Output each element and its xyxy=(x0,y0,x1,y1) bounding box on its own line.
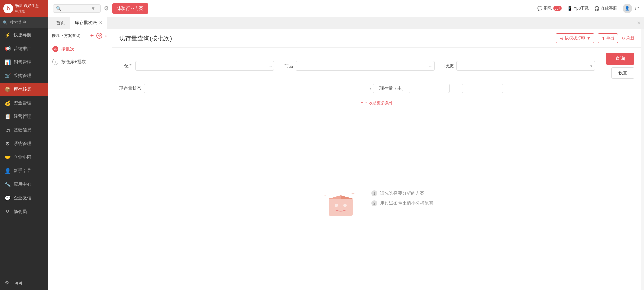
product-input[interactable] xyxy=(296,61,435,71)
empty-illustration: ✦ ✦ xyxy=(320,180,361,221)
stock-main-min-input[interactable] xyxy=(409,84,450,93)
topbar-user-button[interactable]: 👤 Rit xyxy=(623,4,639,13)
sidebar-nav: ⚡ 快捷导航 📢 营销推广 📊 销售管理 🛒 采购管理 📦 库存核算 💰 资金管… xyxy=(0,28,48,275)
filter-panel-title: 按以下方案查询 xyxy=(52,33,80,39)
filter-settings-button[interactable]: ⚙ xyxy=(96,33,102,39)
tab-close-icon[interactable]: ✕ xyxy=(99,20,102,25)
sidebar-item-marketing[interactable]: 📢 营销推广 xyxy=(0,42,48,55)
search-icon: 🔍 xyxy=(3,20,8,25)
sidebar-item-quicknav[interactable]: ⚡ 快捷导航 xyxy=(0,28,48,42)
collapse-label: 收起更多条件 xyxy=(369,100,393,106)
empty-hint-1: 1 请先选择要分析的方案 xyxy=(371,190,433,196)
sidebar-header: b 畅康通好生意 标准版 xyxy=(0,0,48,17)
filter-panel-header: 按以下方案查询 + ⚙ « xyxy=(48,29,112,42)
app-subtitle: 标准版 xyxy=(15,9,39,14)
sidebar-item-base[interactable]: 🗂 基础信息 xyxy=(0,123,48,137)
status-select[interactable]: 全部 正常 停用 xyxy=(456,61,595,71)
product-input-wrap: ··· xyxy=(296,61,435,71)
sidebar-gear-button[interactable]: ⚙ xyxy=(3,278,11,287)
sidebar-item-enterprise[interactable]: 🤝 企业协同 xyxy=(0,150,48,164)
refresh-button[interactable]: ↻ 刷新 xyxy=(622,35,634,41)
sidebar-footer: ⚙ ◀◀ xyxy=(0,275,48,290)
filter-collapse-button[interactable]: « xyxy=(105,33,108,38)
filter-item-warehouse-icon: ○ xyxy=(52,59,58,65)
finance-icon: 💰 xyxy=(4,99,11,106)
close-icon: ✕ xyxy=(637,20,641,26)
filter-item-batch-icon: ⊙ xyxy=(52,46,58,52)
content-area: 按以下方案查询 + ⚙ « ⊙ 按批次 ○ 按仓库+批次 现存量查询(按批次) xyxy=(48,29,644,290)
member-icon: V xyxy=(4,208,11,215)
collapse-more-button[interactable]: ⌃⌃ 收起更多条件 xyxy=(119,98,634,108)
filter-panel: 按以下方案查询 + ⚙ « ⊙ 按批次 ○ 按仓库+批次 xyxy=(48,29,112,290)
filter-form: 仓库 ··· 商品 ··· 状态 xyxy=(112,48,641,111)
export-button[interactable]: ⬆ 导出 xyxy=(598,33,618,43)
product-dots-button[interactable]: ··· xyxy=(429,64,433,68)
sidebar-search-label: 搜索菜单 xyxy=(10,20,26,25)
stock-status-select[interactable]: 全部 xyxy=(144,84,374,93)
empty-hint-2: 2 用过滤条件来缩小分析范围 xyxy=(371,200,433,206)
sidebar-item-appstore[interactable]: 🔧 应用中心 xyxy=(0,178,48,191)
sidebar-item-purchase[interactable]: 🛒 采购管理 xyxy=(0,69,48,83)
filter-item-batch[interactable]: ⊙ 按批次 xyxy=(48,42,112,55)
purchase-icon: 🛒 xyxy=(4,72,11,79)
sidebar-item-inventory[interactable]: 📦 库存核算 xyxy=(0,83,48,96)
avatar: 👤 xyxy=(623,4,632,13)
user-name: Rit xyxy=(633,6,639,11)
topbar-search-input[interactable] xyxy=(63,6,90,11)
sidebar-item-label: 系统管理 xyxy=(14,141,31,147)
stock-main-max-input[interactable] xyxy=(462,84,503,93)
page-close-button[interactable]: ✕ xyxy=(637,20,641,26)
stock-main-dash: — xyxy=(454,86,458,91)
sidebar-collapse-button[interactable]: ◀◀ xyxy=(13,278,23,287)
sidebar-item-label: 基础信息 xyxy=(14,127,31,133)
status-select-wrap: 全部 正常 停用 ▼ xyxy=(456,61,595,71)
filter-add-button[interactable]: + xyxy=(90,33,94,39)
refresh-icon: ↻ xyxy=(622,36,625,41)
product-label: 商品 xyxy=(279,63,293,69)
sidebar-item-label: 应用中心 xyxy=(14,181,31,187)
print-dropdown-icon[interactable]: ▼ xyxy=(587,36,591,41)
sidebar-item-sales[interactable]: 📊 销售管理 xyxy=(0,55,48,69)
filter-item-warehouse-batch[interactable]: ○ 按仓库+批次 xyxy=(48,55,112,68)
sidebar-item-wechat[interactable]: 💬 企业微信 xyxy=(0,191,48,205)
sidebar-item-label: 快捷导航 xyxy=(14,32,31,38)
tab-home-label: 首页 xyxy=(56,20,65,26)
sidebar-item-operations[interactable]: 📋 经营管理 xyxy=(0,110,48,123)
sidebar: b 畅康通好生意 标准版 🔍 搜索菜单 ⚡ 快捷导航 📢 营销推广 📊 销售管理… xyxy=(0,0,48,290)
tab-home[interactable]: 首页 xyxy=(51,17,70,29)
warehouse-field: 仓库 ··· xyxy=(119,61,274,71)
svg-point-6 xyxy=(343,204,347,207)
sidebar-item-finance[interactable]: 💰 资金管理 xyxy=(0,96,48,110)
topbar-messages-button[interactable]: 💬 消息 99+ xyxy=(537,5,562,11)
operations-icon: 📋 xyxy=(4,113,11,120)
appdownload-icon: 📱 xyxy=(567,6,572,11)
sidebar-item-system[interactable]: ⚙ 系统管理 xyxy=(0,137,48,150)
sidebar-search-button[interactable]: 🔍 搜索菜单 xyxy=(0,17,48,28)
topbar-appdownload-button[interactable]: 📱 App下载 xyxy=(567,5,589,11)
warehouse-dots-button[interactable]: ··· xyxy=(269,64,272,68)
empty-state: ✦ ✦ 1 请先选择要分析的方案 2 用过滤条件来缩小分析范围 xyxy=(112,111,641,290)
warehouse-input[interactable] xyxy=(135,61,274,71)
appstore-icon: 🔧 xyxy=(4,181,11,188)
experience-btn[interactable]: 体验行业方案 xyxy=(112,3,148,14)
tab-inventory-batch[interactable]: 库存批次账 ✕ xyxy=(70,17,107,29)
sidebar-item-label: 库存核算 xyxy=(14,86,31,92)
sidebar-item-label: 营销推广 xyxy=(14,46,31,52)
topbar-search-box[interactable]: 🔍 ▼ xyxy=(53,4,101,13)
sidebar-item-member[interactable]: V 畅会员 xyxy=(0,205,48,218)
settings-button[interactable]: 设置 xyxy=(611,67,634,79)
empty-svg: ✦ ✦ xyxy=(320,180,361,221)
topbar-gear-button[interactable]: ⚙ xyxy=(104,5,109,12)
print-button[interactable]: 🖨 按模板打印 ▼ xyxy=(556,33,594,43)
topbar-service-button[interactable]: 🎧 在线客服 xyxy=(594,5,617,11)
stock-main-field: 现存量（主） — xyxy=(379,84,634,93)
sidebar-item-newbie[interactable]: 👤 新手引导 xyxy=(0,164,48,178)
system-icon: ⚙ xyxy=(4,140,11,147)
print-icon: 🖨 xyxy=(559,36,563,41)
topbar-dropdown-icon[interactable]: ▼ xyxy=(91,6,95,11)
messages-label: 消息 xyxy=(544,5,552,11)
query-button[interactable]: 查询 xyxy=(606,53,634,65)
filter-item-batch-label: 按批次 xyxy=(61,46,74,52)
base-icon: 🗂 xyxy=(4,127,11,133)
main-area: 🔍 ▼ ⚙ 体验行业方案 💬 消息 99+ 📱 App下载 🎧 在线客服 👤 xyxy=(48,0,644,290)
